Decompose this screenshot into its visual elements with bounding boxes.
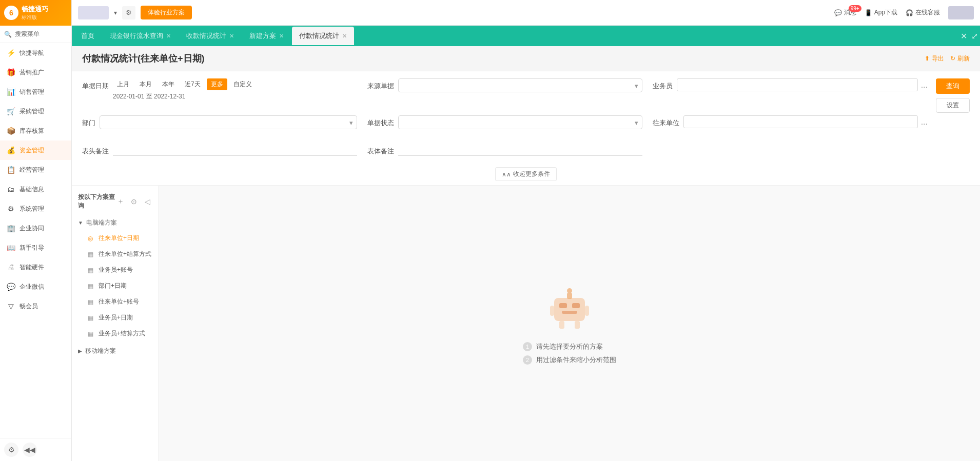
sidebar-item-shortcut[interactable]: ⚡ 快捷导航 [0, 43, 71, 63]
scheme-item-staff-account[interactable]: ▦ 业务员+账号 [72, 262, 159, 278]
tab-new-scheme[interactable]: 新建方案 ✕ [242, 27, 291, 45]
scheme-item-partner-account[interactable]: ▦ 往来单位+账号 [72, 294, 159, 310]
scheme-label-partner-settle: 往来单位+结算方式 [99, 250, 151, 258]
tab-payment-close[interactable]: ✕ [342, 33, 347, 39]
sidebar-item-label: 企业协同 [19, 224, 44, 233]
collapse-label: 收起更多条件 [513, 170, 550, 178]
collapse-filter-button[interactable]: ∧∧ 收起更多条件 [495, 167, 557, 181]
tab-payment[interactable]: 付款情况统计 ✕ [292, 27, 354, 45]
app-icon: 📱 [865, 9, 872, 16]
filter-bottom-bar: ∧∧ 收起更多条件 [72, 163, 980, 185]
sidebar-item-basic[interactable]: 🗂 基础信息 [0, 179, 71, 199]
dept-select[interactable] [100, 115, 357, 129]
sidebar-item-guide[interactable]: 📖 新手引导 [0, 238, 71, 257]
home-label: 首页 [81, 31, 94, 41]
shortcut-icon: ⚡ [6, 48, 15, 57]
tab-home[interactable]: 首页 [74, 27, 102, 45]
staff-ellipsis-button[interactable]: ... [921, 81, 928, 90]
search-menu[interactable]: 🔍 搜索菜单 [0, 26, 71, 43]
date-tab-7days[interactable]: 近7天 [181, 78, 205, 90]
tip-text-1: 请先选择要分析的方案 [536, 342, 603, 351]
scheme-icon-staff-settle: ▦ [86, 330, 94, 338]
sidebar-item-finance[interactable]: 💰 资金管理 [0, 141, 71, 160]
user-avatar[interactable] [948, 6, 974, 19]
topbar-gear-button[interactable]: ⚙ [122, 6, 135, 19]
bill-status-select[interactable] [398, 115, 642, 129]
marketing-icon: 🎁 [6, 68, 15, 77]
tab-new-scheme-close[interactable]: ✕ [279, 33, 284, 39]
sidebar-item-operation[interactable]: 📋 经营管理 [0, 160, 71, 179]
sidebar-item-vip[interactable]: ▽ 畅会员 [0, 296, 71, 316]
filter-settings-button[interactable]: 设置 [936, 98, 970, 113]
partner-input[interactable] [683, 115, 918, 128]
chevron-up-icon: ∧∧ [502, 171, 511, 178]
partner-ellipsis-button[interactable]: ... [921, 117, 928, 127]
sidebar-item-purchase[interactable]: 🛒 采购管理 [0, 102, 71, 121]
maximize-button[interactable]: ⤢ [971, 31, 978, 41]
tab-receivable-close[interactable]: ✕ [229, 33, 234, 39]
scheme-item-partner-date[interactable]: ◎ 往来单位+日期 [72, 230, 159, 246]
scheme-icon-dept-date: ▦ [86, 282, 94, 290]
sales-icon: 📊 [6, 87, 15, 96]
scheme-item-staff-settle[interactable]: ▦ 业务员+结算方式 [72, 326, 159, 342]
source-select[interactable] [398, 78, 642, 92]
scheme-item-dept-date[interactable]: ▦ 部门+日期 [72, 278, 159, 294]
mobile-group-arrow-icon: ▶ [78, 348, 82, 354]
trial-button[interactable]: 体验行业方案 [141, 6, 192, 19]
sidebar-item-inventory[interactable]: 📦 库存核算 [0, 121, 71, 141]
scheme-panel-header: 按以下方案查询 ＋ ⊙ ◁ [72, 190, 159, 213]
sidebar-item-system[interactable]: ⚙ 系统管理 [0, 199, 71, 218]
body-note-label: 表体备注 [367, 144, 394, 156]
collapse-sidebar-button[interactable]: ◀◀ [23, 443, 37, 457]
settings-gear-button[interactable]: ⚙ [4, 443, 18, 457]
date-tab-this-month[interactable]: 本月 [135, 78, 156, 90]
source-label: 来源单据 [367, 78, 394, 91]
svg-rect-9 [575, 321, 580, 329]
manage-scheme-button[interactable]: ⊙ [129, 196, 139, 207]
sidebar-item-wechat[interactable]: 💬 企业微信 [0, 277, 71, 296]
app-download-button[interactable]: 📱 App下载 [865, 8, 897, 17]
message-icon: 💬 [834, 9, 842, 16]
close-all-tabs-button[interactable]: ✕ [961, 31, 967, 41]
sidebar-item-collab[interactable]: 🏢 企业协同 [0, 218, 71, 238]
tab-bank-label: 现金银行流水查询 [110, 31, 163, 41]
sidebar-item-label: 销售管理 [19, 88, 44, 96]
scheme-item-staff-date[interactable]: ▦ 业务员+日期 [72, 310, 159, 326]
dept-label: 部门 [82, 115, 95, 128]
svg-point-5 [567, 288, 572, 293]
date-tab-last-month[interactable]: 上月 [113, 78, 133, 90]
hardware-icon: 🖨 [6, 263, 15, 272]
mobile-group-header[interactable]: ▶ 移动端方案 [72, 344, 159, 358]
sidebar-item-label: 智能硬件 [19, 263, 44, 272]
empty-tip-1: 1 请先选择要分析的方案 [523, 342, 616, 351]
svg-rect-1 [559, 303, 567, 308]
header-note-label: 表头备注 [82, 144, 109, 156]
tab-bank-close[interactable]: ✕ [166, 33, 171, 39]
date-tab-this-year[interactable]: 本年 [158, 78, 179, 90]
tab-receivable[interactable]: 收款情况统计 ✕ [179, 27, 241, 45]
company-dropdown[interactable]: ▾ [114, 9, 117, 16]
date-tab-custom[interactable]: 自定义 [229, 78, 256, 90]
add-scheme-button[interactable]: ＋ [115, 196, 126, 207]
body-note-input[interactable] [398, 144, 642, 156]
header-note-input[interactable] [113, 144, 357, 156]
messages-button[interactable]: 💬 消息 99+ [834, 8, 856, 17]
sidebar-item-hardware[interactable]: 🖨 智能硬件 [0, 257, 71, 277]
collapse-scheme-button[interactable]: ◁ [142, 196, 152, 207]
desktop-group-header[interactable]: ▼ 电脑端方案 [72, 215, 159, 230]
sidebar-item-sales[interactable]: 📊 销售管理 [0, 82, 71, 102]
export-button[interactable]: ⬆ 导出 [925, 54, 944, 63]
export-icon: ⬆ [925, 55, 930, 62]
scheme-item-partner-settle[interactable]: ▦ 往来单位+结算方式 [72, 246, 159, 262]
refresh-button[interactable]: ↻ 刷新 [950, 54, 970, 63]
date-tab-more[interactable]: 更多 [207, 78, 227, 90]
tab-bank[interactable]: 现金银行流水查询 ✕ [103, 27, 178, 45]
svg-rect-4 [567, 293, 572, 299]
source-select-wrap [398, 78, 642, 92]
query-button[interactable]: 查询 [936, 78, 970, 94]
online-service-button[interactable]: 🎧 在线客服 [906, 8, 940, 17]
staff-input[interactable] [677, 78, 918, 91]
basic-icon: 🗂 [6, 185, 15, 194]
sidebar-item-label: 快捷导航 [19, 49, 44, 57]
sidebar-item-marketing[interactable]: 🎁 营销推广 [0, 63, 71, 82]
